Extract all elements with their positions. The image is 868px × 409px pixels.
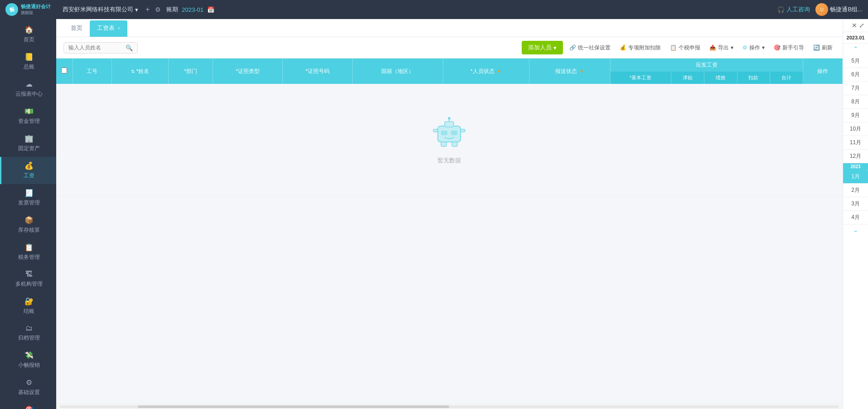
sidebar-label-funds: 资金管理 bbox=[18, 117, 40, 125]
export-label: 导出 bbox=[718, 44, 729, 52]
period-item-6[interactable]: 6月 bbox=[843, 68, 868, 82]
svg-rect-2 bbox=[451, 131, 457, 135]
ops-arrow: ▾ bbox=[762, 44, 765, 51]
user-avatar[interactable]: U 畅捷通B组... bbox=[815, 3, 863, 16]
tabs-bar: 首页 工资表 × bbox=[56, 19, 843, 37]
user-service-btn[interactable]: 🎧 人工咨询 bbox=[777, 5, 810, 14]
sidebar-item-guide[interactable]: 🎯 新手引导 bbox=[0, 401, 56, 409]
add-person-label: 添加人员 bbox=[528, 44, 552, 52]
scroll-thumb[interactable] bbox=[138, 405, 450, 408]
period-item-8[interactable]: 8月 bbox=[843, 95, 868, 109]
closing-icon: 🔐 bbox=[24, 297, 34, 306]
export-btn[interactable]: 📤 导出 ▾ bbox=[707, 42, 736, 54]
sidebar-item-closing[interactable]: 🔐 结账 bbox=[0, 292, 56, 320]
sidebar-item-invoice[interactable]: 🧾 发票管理 bbox=[0, 184, 56, 211]
select-all-checkbox[interactable] bbox=[61, 68, 67, 73]
period-nav-up[interactable]: ⌃ bbox=[843, 44, 868, 54]
sidebar-item-cloud[interactable]: ☁ 云报表中心 bbox=[0, 75, 56, 102]
tab-salary[interactable]: 工资表 × bbox=[90, 20, 127, 37]
deduct-label: 专项附加扣除 bbox=[628, 44, 661, 52]
period-item-7[interactable]: 7月 bbox=[843, 82, 868, 95]
sidebar-item-ledger[interactable]: 📒 总账 bbox=[0, 48, 56, 75]
sidebar-label-inventory: 库存核算 bbox=[18, 226, 40, 234]
empty-cell: 暂无数据 bbox=[56, 84, 843, 196]
tax-report-btn[interactable]: 📋 个税申报 bbox=[667, 42, 703, 54]
th-dept: *部门 bbox=[168, 58, 213, 84]
sidebar-item-inventory[interactable]: 📦 库存核算 bbox=[0, 211, 56, 239]
ops-btn[interactable]: ⚙ 操作 ▾ bbox=[740, 42, 767, 54]
sidebar-item-archive[interactable]: 🗂 归档管理 bbox=[0, 320, 56, 346]
sidebar-label-expense: 小畅报销 bbox=[18, 361, 40, 369]
guide-btn[interactable]: 🎯 新手引导 bbox=[771, 42, 807, 54]
tab-salary-label: 工资表 bbox=[97, 24, 115, 32]
period-item-9[interactable]: 9月 bbox=[843, 109, 868, 122]
avatar-circle: U bbox=[815, 3, 828, 16]
close-panel-btn[interactable]: ✕ bbox=[852, 22, 857, 29]
add-person-button[interactable]: 添加人员 ▾ bbox=[522, 41, 563, 54]
svg-rect-7 bbox=[461, 129, 465, 132]
svg-rect-3 bbox=[445, 122, 454, 127]
sidebar-item-multi[interactable]: 🏗 多机构管理 bbox=[0, 266, 56, 292]
period-item-1[interactable]: 1月 bbox=[843, 170, 868, 184]
period-nav-down[interactable]: ⌄ bbox=[843, 224, 868, 235]
period-item-10[interactable]: 10月 bbox=[843, 122, 868, 136]
app-edition: 旗舰版 bbox=[21, 10, 51, 16]
svg-point-5 bbox=[448, 117, 451, 120]
th-checkbox[interactable] bbox=[56, 58, 73, 84]
sidebar-item-funds[interactable]: 💵 资金管理 bbox=[0, 102, 56, 130]
tax-report-icon: 📋 bbox=[670, 44, 677, 51]
settings-icon[interactable]: ⚙ bbox=[155, 6, 161, 13]
sidebar-item-salary[interactable]: 💰 工资 bbox=[0, 157, 56, 184]
period-item-11[interactable]: 11月 bbox=[843, 136, 868, 150]
period-item-12[interactable]: 12月 bbox=[843, 150, 868, 163]
th-salary-group: 应发工资 bbox=[610, 58, 803, 72]
sort-icon[interactable]: ⇅ bbox=[131, 69, 135, 74]
social-security-btn[interactable]: 🔗 统一社保设置 bbox=[567, 42, 613, 54]
period-item-4[interactable]: 4月 bbox=[843, 211, 868, 224]
sidebar-item-tax[interactable]: 📋 税务管理 bbox=[0, 239, 56, 266]
special-deduct-btn[interactable]: 💰 专项附加扣除 bbox=[617, 42, 664, 54]
empty-row: 暂无数据 bbox=[56, 84, 843, 196]
refresh-btn[interactable]: 🔄 刷新 bbox=[810, 42, 835, 54]
period-display[interactable]: 账期 2023-01 📅 bbox=[166, 5, 214, 14]
chevron-down-icon[interactable]: ▾ bbox=[135, 6, 138, 13]
social-icon: 🔗 bbox=[569, 44, 576, 51]
search-wrap[interactable]: 🔍 bbox=[63, 42, 138, 54]
deduct-icon: 💰 bbox=[620, 44, 626, 51]
ops-icon: ⚙ bbox=[742, 44, 747, 51]
th-name: ⇅ *姓名 bbox=[112, 58, 168, 84]
settings-icon2: ⚙ bbox=[26, 378, 32, 387]
scroll-track bbox=[60, 405, 839, 408]
social-label: 统一社保设置 bbox=[578, 44, 611, 52]
person-status-filter-icon[interactable]: ▼ bbox=[497, 69, 501, 74]
tab-salary-close[interactable]: × bbox=[117, 25, 120, 31]
salary-table: 工号 ⇅ *姓名 *部门 *证照类型 *证照号码 bbox=[56, 58, 843, 196]
th-base-salary-label: *基本工资 bbox=[630, 75, 651, 80]
sidebar-item-assets[interactable]: 🏢 固定资产 bbox=[0, 130, 56, 157]
sidebar-item-expense[interactable]: 💸 小畅报销 bbox=[0, 346, 56, 374]
add-icon[interactable]: + bbox=[145, 5, 150, 14]
expand-panel-btn[interactable]: ⤢ bbox=[859, 22, 864, 29]
period-item-5[interactable]: 5月 bbox=[843, 54, 868, 68]
th-base-salary: *基本工资 bbox=[610, 72, 671, 84]
username-label: 畅捷通B组... bbox=[830, 5, 863, 14]
refresh-icon: 🔄 bbox=[813, 44, 820, 51]
app-logo: 畅 bbox=[5, 3, 18, 16]
multi-icon: 🏗 bbox=[25, 270, 33, 278]
period-item-2[interactable]: 2月 bbox=[843, 184, 868, 197]
sidebar-item-settings[interactable]: ⚙ 基础设置 bbox=[0, 374, 56, 401]
search-input[interactable] bbox=[68, 44, 123, 51]
guide-icon: 🎯 bbox=[24, 405, 34, 409]
export-arrow: ▾ bbox=[731, 44, 733, 51]
period-panel: ✕ ⤢ 2023.01 ⌃ 5月 6月 7月 8月 9月 10月 11月 12月… bbox=[843, 19, 868, 409]
horizontal-scrollbar[interactable] bbox=[56, 404, 843, 409]
th-ops: 操作 bbox=[803, 58, 843, 84]
report-status-filter-icon[interactable]: ▼ bbox=[579, 69, 584, 74]
sidebar-item-home[interactable]: 🏠 首页 bbox=[0, 21, 56, 48]
company-selector[interactable]: 西安虾米网络科技有限公司 ▾ bbox=[59, 4, 142, 15]
period-item-3[interactable]: 3月 bbox=[843, 197, 868, 211]
funds-icon: 💵 bbox=[24, 107, 34, 116]
calendar-icon[interactable]: 📅 bbox=[207, 6, 214, 13]
tab-home[interactable]: 首页 bbox=[63, 20, 90, 37]
tax-icon: 📋 bbox=[24, 243, 34, 252]
